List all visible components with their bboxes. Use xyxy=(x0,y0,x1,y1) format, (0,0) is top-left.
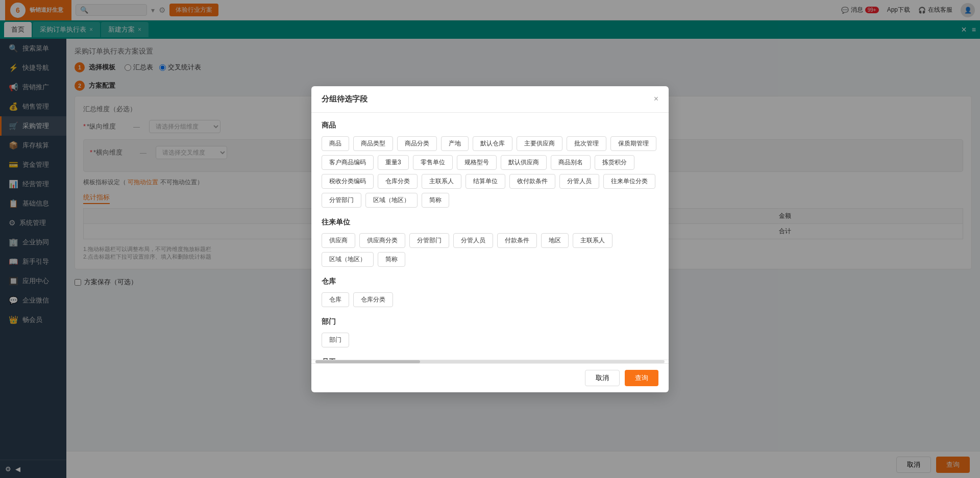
group-title-product: 商品 xyxy=(322,121,658,130)
field-tag[interactable]: 零售单位 xyxy=(413,155,453,170)
field-tag[interactable]: 规格型号 xyxy=(457,155,497,170)
field-tag[interactable]: 主联系人 xyxy=(573,233,612,248)
dept-tags: 部门 xyxy=(322,333,658,347)
field-tag[interactable]: 商品类型 xyxy=(353,136,393,151)
field-tag[interactable]: 税收分类编码 xyxy=(322,174,374,189)
field-tag[interactable]: 分管人员 xyxy=(559,174,599,189)
modal-body[interactable]: 商品 商品 商品类型 商品分类 产地 默认仓库 主要供应商 批次管理 保质期管理… xyxy=(311,113,669,360)
field-tag[interactable]: 商品别名 xyxy=(551,155,591,170)
group-title-dept: 部门 xyxy=(322,317,658,326)
field-group-partner: 往来单位 供应商 供应商分类 分管部门 分管人员 付款条件 地区 主联系人 区域… xyxy=(322,218,658,267)
field-tag[interactable]: 仓库分类 xyxy=(353,292,393,307)
field-group-dept: 部门 部门 xyxy=(322,317,658,347)
modal-confirm-button[interactable]: 查询 xyxy=(625,370,658,386)
hscroll-thumb[interactable] xyxy=(315,360,420,363)
field-tag[interactable]: 产地 xyxy=(441,136,469,151)
modal-header: 分组待选字段 × xyxy=(311,86,669,113)
field-tag[interactable]: 部门 xyxy=(322,333,349,347)
field-tag[interactable]: 批次管理 xyxy=(567,136,606,151)
field-tag[interactable]: 简称 xyxy=(378,252,405,267)
field-tag[interactable]: 主联系人 xyxy=(422,174,461,189)
field-tag[interactable]: 拣货积分 xyxy=(595,155,634,170)
field-tag[interactable]: 区域（地区） xyxy=(365,193,418,208)
field-tag[interactable]: 简称 xyxy=(422,193,449,208)
partner-tags: 供应商 供应商分类 分管部门 分管人员 付款条件 地区 主联系人 区域（地区） … xyxy=(322,233,658,267)
field-tag[interactable]: 仓库分类 xyxy=(378,174,418,189)
field-tag[interactable]: 保质期管理 xyxy=(610,136,656,151)
field-tag[interactable]: 付款条件 xyxy=(497,233,537,248)
field-tag[interactable]: 供应商分类 xyxy=(359,233,405,248)
field-tag[interactable]: 结算单位 xyxy=(465,174,505,189)
hscroll-track xyxy=(315,360,665,363)
field-select-modal: 分组待选字段 × 商品 商品 商品类型 商品分类 产地 默认仓库 主要供应商 批… xyxy=(311,86,669,392)
field-tag[interactable]: 默认仓库 xyxy=(473,136,512,151)
field-group-warehouse: 仓库 仓库 仓库分类 xyxy=(322,277,658,307)
field-tag[interactable]: 商品分类 xyxy=(397,136,437,151)
field-tag[interactable]: 收付款条件 xyxy=(509,174,555,189)
field-tag[interactable]: 分管部门 xyxy=(409,233,449,248)
warehouse-tags: 仓库 仓库分类 xyxy=(322,292,658,307)
field-tag[interactable]: 重量3 xyxy=(378,155,409,170)
field-tag[interactable]: 分管人员 xyxy=(453,233,493,248)
modal-cancel-button[interactable]: 取消 xyxy=(585,370,620,386)
field-tag[interactable]: 供应商 xyxy=(322,233,355,248)
field-tag[interactable]: 主要供应商 xyxy=(517,136,562,151)
field-tag[interactable]: 默认供应商 xyxy=(501,155,547,170)
modal-hscrollbar[interactable] xyxy=(311,360,669,363)
modal-footer: 取消 查询 xyxy=(311,363,669,392)
modal-title: 分组待选字段 xyxy=(322,94,368,104)
group-title-warehouse: 仓库 xyxy=(322,277,658,286)
group-title-partner: 往来单位 xyxy=(322,218,658,227)
field-tag[interactable]: 往来单位分类 xyxy=(603,174,655,189)
field-tag[interactable]: 区域（地区） xyxy=(322,252,374,267)
modal-close-button[interactable]: × xyxy=(654,94,658,104)
field-tag[interactable]: 商品 xyxy=(322,136,349,151)
product-tags: 商品 商品类型 商品分类 产地 默认仓库 主要供应商 批次管理 保质期管理 客户… xyxy=(322,136,658,208)
field-tag[interactable]: 仓库 xyxy=(322,292,349,307)
field-tag[interactable]: 客户商品编码 xyxy=(322,155,374,170)
field-group-product: 商品 商品 商品类型 商品分类 产地 默认仓库 主要供应商 批次管理 保质期管理… xyxy=(322,121,658,208)
field-tag[interactable]: 分管部门 xyxy=(322,193,361,208)
field-tag[interactable]: 地区 xyxy=(541,233,569,248)
